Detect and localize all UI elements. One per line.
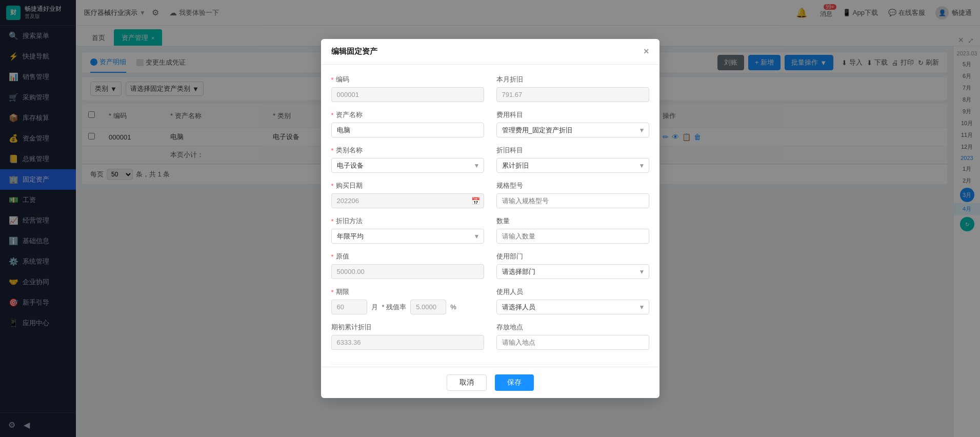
form-row-dep-subject: 折旧科目 累计折旧 ▼ bbox=[496, 146, 649, 173]
modal-title: 编辑固定资产 bbox=[331, 47, 377, 56]
person-select-wrap: 请选择人员 ▼ bbox=[496, 300, 649, 314]
category-select[interactable]: 电子设备 bbox=[331, 158, 484, 173]
dept-select-wrap: 请选择部门 ▼ bbox=[496, 264, 649, 279]
purchase-date-wrap: 📅 bbox=[331, 193, 484, 208]
period-residual-group: 月 * 残值率 % bbox=[331, 300, 484, 314]
form-row-dep-method: * 折旧方法 年限平均 ▼ bbox=[331, 216, 484, 244]
form-left-col: * 编码 * 资产名称 bbox=[331, 75, 484, 358]
expense-subject-select[interactable]: 管理费用_固定资产折旧 bbox=[496, 123, 649, 137]
monthly-dep-input bbox=[496, 87, 649, 102]
form-row-monthly-dep: 本月折旧 bbox=[496, 75, 649, 102]
purchase-date-input[interactable] bbox=[331, 193, 484, 208]
period-input[interactable] bbox=[331, 300, 367, 314]
form-row-code: * 编码 bbox=[331, 75, 484, 102]
initial-accum-input[interactable] bbox=[331, 335, 484, 350]
code-input[interactable] bbox=[331, 87, 484, 102]
location-input[interactable] bbox=[496, 335, 649, 350]
edit-asset-modal: 编辑固定资产 × * 编码 bbox=[321, 39, 659, 398]
dep-subject-wrap: 累计折旧 ▼ bbox=[496, 158, 649, 173]
person-select[interactable]: 请选择人员 bbox=[496, 300, 649, 314]
modal-overlay: 编辑固定资产 × * 编码 bbox=[0, 0, 980, 437]
spec-input[interactable] bbox=[496, 193, 649, 208]
dep-method-select-wrap: 年限平均 ▼ bbox=[331, 229, 484, 244]
modal-close-button[interactable]: × bbox=[644, 46, 649, 57]
form-row-asset-name: * 资产名称 bbox=[331, 110, 484, 137]
dep-subject-select[interactable]: 累计折旧 bbox=[496, 158, 649, 173]
modal-footer: 取消 保存 bbox=[321, 367, 659, 398]
dep-method-select[interactable]: 年限平均 bbox=[331, 229, 484, 244]
residual-rate-input[interactable] bbox=[410, 300, 446, 314]
save-button[interactable]: 保存 bbox=[495, 374, 534, 391]
original-value-input[interactable] bbox=[331, 264, 484, 279]
expense-subject-wrap: 管理费用_固定资产折旧 ▼ bbox=[496, 123, 649, 137]
form-right-col: 本月折旧 费用科目 管理费用_固定资产折旧 ▼ bbox=[496, 75, 649, 358]
form-row-original-value: * 原值 bbox=[331, 252, 484, 279]
modal-body: * 编码 * 资产名称 bbox=[321, 65, 659, 367]
form-row-initial-accum: 期初累计折旧 bbox=[331, 323, 484, 350]
form-row-spec: 规格型号 bbox=[496, 181, 649, 208]
quantity-input[interactable] bbox=[496, 229, 649, 244]
form-row-expense-subject: 费用科目 管理费用_固定资产折旧 ▼ bbox=[496, 110, 649, 137]
form-grid: * 编码 * 资产名称 bbox=[331, 75, 649, 358]
form-row-location: 存放地点 bbox=[496, 323, 649, 350]
form-row-period-residual: * 期限 月 * 残值率 % bbox=[331, 287, 484, 314]
modal-header: 编辑固定资产 × bbox=[321, 39, 659, 65]
form-row-person: 使用人员 请选择人员 ▼ bbox=[496, 287, 649, 314]
cancel-button[interactable]: 取消 bbox=[447, 374, 487, 391]
form-row-purchase-date: * 购买日期 📅 bbox=[331, 181, 484, 208]
category-select-wrap: 电子设备 ▼ bbox=[331, 158, 484, 173]
asset-name-input[interactable] bbox=[331, 123, 484, 137]
form-row-dept: 使用部门 请选择部门 ▼ bbox=[496, 252, 649, 279]
dept-select[interactable]: 请选择部门 bbox=[496, 264, 649, 279]
form-row-quantity: 数量 bbox=[496, 216, 649, 244]
form-row-category: * 类别名称 电子设备 ▼ bbox=[331, 146, 484, 173]
